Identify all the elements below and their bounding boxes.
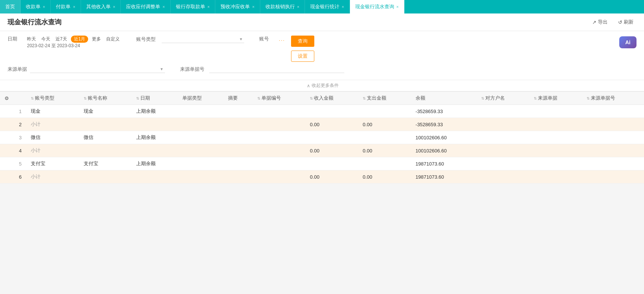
nav-tab-close-4[interactable]: × (207, 4, 210, 9)
nav-tab-close-6[interactable]: × (297, 4, 299, 9)
cell-counterpart (477, 170, 530, 184)
cell-income (306, 105, 359, 118)
col-header-doc_type: 单据类型 (179, 92, 224, 105)
refresh-icon: ↺ (618, 19, 622, 25)
nav-tab-4[interactable]: 银行存取款单× (171, 0, 215, 13)
cell-gear (0, 170, 14, 184)
nav-home[interactable]: 首页 (0, 0, 21, 13)
col-header-date[interactable]: 日期 (132, 92, 178, 105)
cell-account_type: 现金 (27, 105, 80, 118)
cell-source_doc (530, 144, 583, 157)
col-header-gear: ⚙ (0, 92, 14, 105)
cell-date (132, 144, 178, 157)
export-button[interactable]: ↗ 导出 (589, 17, 611, 27)
cell-income (306, 131, 359, 144)
nav-tab-close-5[interactable]: × (252, 4, 254, 9)
nav-tab-close-7[interactable]: × (342, 4, 344, 9)
cell-account_name: 现金 (80, 105, 133, 118)
cell-account_type: 微信 (27, 131, 80, 144)
col-header-source_doc[interactable]: 来源单据 (530, 92, 583, 105)
cell-summary (224, 105, 254, 118)
nav-tab-0[interactable]: 收款单× (21, 0, 51, 13)
col-header-account_name[interactable]: 账号名称 (80, 92, 133, 105)
col-header-doc_num[interactable]: 单据编号 (254, 92, 306, 105)
col-header-source_doc_num[interactable]: 来源单据号 (583, 92, 644, 105)
cell-balance: 19871073.60 (412, 157, 477, 170)
cell-balance: -3528659.33 (412, 105, 477, 118)
cell-counterpart (477, 105, 530, 118)
refresh-button[interactable]: ↺ 刷新 (615, 17, 636, 27)
cell-account_name (80, 144, 133, 157)
shortcut-today[interactable]: 今天 (40, 36, 52, 43)
page-title: 现金银行流水查询 (8, 18, 62, 27)
cell-doc_type (179, 157, 224, 170)
cell-doc_num (254, 131, 306, 144)
cell-date: 上期余额 (132, 131, 178, 144)
nav-tab-6[interactable]: 收款核销执行× (260, 0, 305, 13)
nav-tab-label-8: 现金银行流水查询 (355, 3, 394, 10)
settings-button[interactable]: 设置 (291, 51, 314, 62)
table-row: 3微信微信上期余额100102606.60 (0, 131, 644, 144)
table-row: 2小计0.000.00-3528659.33 (0, 118, 644, 131)
nav-tab-close-3[interactable]: × (162, 4, 165, 9)
top-nav: 首页 收款单×付款单×其他收入单×应收应付调整单×银行存取款单×预收冲应收单×收… (0, 0, 644, 13)
cell-expense (359, 157, 412, 170)
cell-expense (359, 105, 412, 118)
cell-doc_type (179, 118, 224, 131)
nav-tab-1[interactable]: 付款单× (51, 0, 81, 13)
nav-tab-2[interactable]: 其他收入单× (81, 0, 121, 13)
nav-tab-close-8[interactable]: × (396, 4, 399, 9)
source-doc-value (32, 66, 160, 72)
source-doc-num-label: 来源单据号 (180, 66, 206, 73)
account-type-group: 账号类型 ▼ (136, 36, 244, 43)
cell-balance: 100102606.60 (412, 144, 477, 157)
nav-tab-close-0[interactable]: × (43, 4, 45, 9)
source-doc-select[interactable]: ▼ (30, 66, 165, 73)
col-header-counterpart[interactable]: 对方户名 (477, 92, 530, 105)
cell-expense: 0.00 (359, 170, 412, 184)
cell-account_name (80, 118, 133, 131)
col-header-account_type[interactable]: 账号类型 (27, 92, 80, 105)
table-row: 1现金现金上期余额-3528659.33 (0, 105, 644, 118)
col-header-income[interactable]: 收入金额 (306, 92, 359, 105)
cell-balance: 100102606.60 (412, 131, 477, 144)
cell-source_doc_num (583, 157, 644, 170)
cell-balance: -3528659.33 (412, 118, 477, 131)
account-type-select[interactable]: ▼ (162, 36, 244, 43)
shortcut-7days[interactable]: 近7天 (54, 36, 69, 43)
gear-settings-icon[interactable]: ⚙ (5, 96, 9, 101)
cell-expense: 0.00 (359, 118, 412, 131)
nav-tab-close-2[interactable]: × (113, 4, 115, 9)
col-header-expense[interactable]: 支出金额 (359, 92, 412, 105)
shortcut-custom[interactable]: 自定义 (105, 36, 121, 43)
nav-tab-label-1: 付款单 (56, 3, 71, 10)
nav-tab-close-1[interactable]: × (73, 4, 75, 9)
nav-tab-7[interactable]: 现金银行统计× (305, 0, 350, 13)
col-header-num (14, 92, 27, 105)
cell-account_type: 小计 (27, 118, 80, 131)
collapse-bar[interactable]: ∧ 收起更多条件 (0, 80, 644, 91)
shortcut-more[interactable]: 更多 (90, 36, 102, 43)
nav-tab-3[interactable]: 应收应付调整单× (121, 0, 170, 13)
cell-summary (224, 131, 254, 144)
cell-gear (0, 118, 14, 131)
cell-source_doc_num (583, 144, 644, 157)
cell-source_doc_num (583, 105, 644, 118)
nav-tab-5[interactable]: 预收冲应收单× (215, 0, 260, 13)
table-row: 6小计0.000.0019871073.60 (0, 170, 644, 184)
cell-account_type: 小计 (27, 144, 80, 157)
shortcut-yesterday[interactable]: 昨天 (26, 36, 38, 43)
cell-counterpart (477, 144, 530, 157)
source-doc-num-input[interactable] (209, 66, 344, 73)
nav-tab-label-7: 现金银行统计 (310, 3, 339, 10)
cell-account_type: 小计 (27, 170, 80, 184)
ai-badge[interactable]: Ai (619, 36, 636, 48)
cell-balance: 19871073.60 (412, 170, 477, 184)
nav-tab-label-4: 银行存取款单 (176, 3, 205, 10)
query-button[interactable]: 查询 (291, 36, 314, 47)
shortcut-1month[interactable]: 近1月 (71, 36, 89, 43)
cell-doc_type (179, 131, 224, 144)
account-dots-button[interactable]: ... (279, 36, 285, 42)
cell-expense (359, 131, 412, 144)
nav-tab-8[interactable]: 现金银行流水查询× (350, 0, 404, 13)
